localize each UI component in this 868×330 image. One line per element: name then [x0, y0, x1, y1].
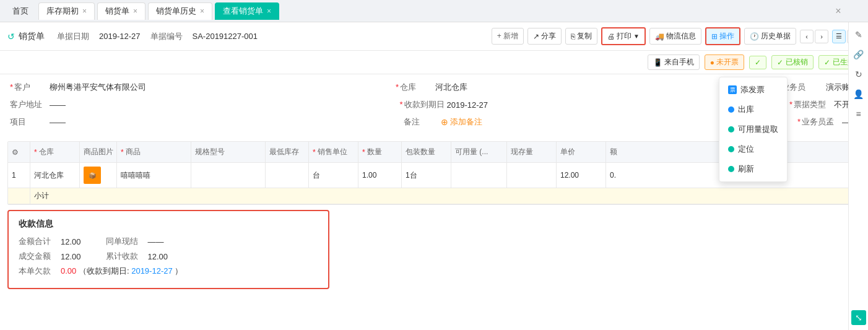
print-button-label: 打印: [617, 31, 631, 41]
from-phone-button[interactable]: 📱 来自手机: [648, 54, 700, 70]
dropdown-refresh[interactable]: 刷新: [719, 159, 787, 179]
row-product-1: 嘻嘻嘻嘻: [121, 170, 150, 181]
warehouse-value: 河北仓库: [435, 82, 467, 93]
tab-inventory-init-close[interactable]: ×: [82, 7, 87, 15]
tab-view-sales[interactable]: 查看销货单 ×: [215, 2, 279, 20]
sidebar-list-icon[interactable]: ≡: [851, 106, 866, 121]
cumulative-label: 累计收款: [106, 251, 143, 262]
cell-spec-1: [191, 163, 266, 188]
window-close-button[interactable]: ×: [828, 0, 848, 22]
tab-home[interactable]: 首页: [5, 2, 36, 20]
check-mark: ✓: [777, 58, 783, 67]
check-icon-btn[interactable]: ✓: [749, 56, 766, 69]
next-arrow[interactable]: ›: [815, 30, 828, 43]
add-note-button[interactable]: ⊕ 添加备注: [441, 116, 482, 128]
history-icon: 🕐: [750, 32, 759, 41]
cell-pack-1: 1台: [402, 163, 451, 188]
not-open-button[interactable]: ● 未开票: [705, 54, 744, 70]
copy-button[interactable]: ⎘ 复制: [565, 28, 597, 45]
tab-home-label: 首页: [12, 6, 28, 17]
sidebar-refresh-icon[interactable]: ↻: [851, 67, 866, 82]
header-amount-label: 额: [610, 147, 617, 157]
operation-icon: ⊞: [711, 32, 718, 41]
copy-icon: ⎘: [571, 32, 575, 41]
tab-sales-history[interactable]: 销货单历史 ×: [148, 2, 212, 20]
address-label: 客户地址: [10, 99, 47, 110]
check-icon: ✓: [755, 58, 761, 67]
project-value: ——: [50, 118, 66, 127]
share-button[interactable]: ↗ 分享: [527, 28, 562, 45]
project-label: 项目: [10, 116, 47, 128]
doc-title: 销货单: [19, 31, 45, 42]
print-button[interactable]: 🖨 打印 ▼: [601, 27, 646, 45]
tab-inventory-init[interactable]: 库存期初 ×: [38, 2, 95, 20]
header-stock: 现存量: [507, 142, 557, 162]
header-gear: ⚙: [8, 142, 30, 162]
cumulative-value: 12.00: [148, 252, 168, 261]
customer-field: 客户 柳州粤港平安气体有限公司: [10, 82, 396, 93]
due-note: （收款到期日:: [79, 266, 131, 276]
payment-row-2: 成交金额 12.00 累计收款 12.00: [19, 251, 318, 262]
history-button[interactable]: 🕐 历史单据: [744, 28, 796, 45]
add-note-icon: ⊕: [441, 117, 448, 127]
row-price-1: 12.00: [560, 171, 579, 180]
address-value: ——: [50, 100, 66, 110]
cell-qty-1: 1.00: [358, 163, 402, 188]
from-phone-label: 来自手机: [664, 57, 694, 67]
dropdown-add-invoice[interactable]: 票 添发票: [719, 80, 787, 100]
tab-view-sales-label: 查看销货单: [223, 6, 263, 17]
logistics-icon: 🚚: [655, 32, 664, 41]
action-bar: 📱 来自手机 ● 未开票 ✓ ✓ 已核销 ✓ 已生效: [0, 51, 868, 74]
same-order-value: ——: [148, 237, 164, 246]
header-minstock: 最低库存: [266, 142, 309, 162]
payment-title: 收款信息: [19, 219, 318, 230]
logistics-button[interactable]: 🚚 物流信息: [649, 28, 701, 45]
row-amount-1: 0.: [610, 171, 616, 180]
header-amount: 额: [606, 142, 656, 162]
gear-icon[interactable]: ⚙: [12, 148, 19, 157]
header-qty: * 数量: [358, 142, 402, 162]
deal-amount-value: 12.00: [61, 252, 81, 261]
add-invoice-label: 添发票: [740, 84, 765, 95]
sales-person-label: 业务员孟: [797, 116, 835, 128]
tab-sales-order[interactable]: 销货单 ×: [97, 2, 145, 20]
toolbar-right: + 新增 ↗ 分享 ⎘ 复制 🖨 打印 ▼ 🚚 物流信息: [492, 27, 861, 45]
meta-date-value: 2019-12-27: [99, 32, 141, 41]
add-note-label: 添加备注: [450, 116, 482, 128]
sidebar-user-icon[interactable]: 👤: [851, 87, 866, 102]
operation-button-label: 操作: [719, 31, 734, 41]
tab-inventory-init-label: 库存期初: [46, 6, 79, 17]
sidebar-edit-icon[interactable]: ✎: [851, 27, 866, 42]
print-dropdown-arrow: ▼: [633, 33, 640, 40]
row-unit-1: 台: [313, 170, 320, 181]
dropdown-locate[interactable]: 定位: [719, 139, 787, 159]
header-warehouse: * 仓库: [30, 142, 80, 162]
list-view-icon[interactable]: ☰: [832, 30, 846, 43]
cell-avail-1: [451, 163, 507, 188]
sidebar-link-icon[interactable]: 🔗: [851, 47, 866, 62]
header-avail-label: 可用量 (...: [455, 147, 488, 157]
sidebar-expand-icon[interactable]: ⤡: [851, 310, 866, 325]
total-value: 12.00: [61, 237, 81, 246]
prev-arrow[interactable]: ‹: [800, 30, 814, 43]
tab-sales-history-close[interactable]: ×: [200, 7, 204, 15]
cell-amount-1: 0.: [606, 163, 656, 188]
total-amount-item: 金额合计 12.00: [19, 236, 81, 247]
header-avail: 可用量 (...: [451, 142, 507, 162]
header-price: 单价: [557, 142, 606, 162]
tab-sales-order-close[interactable]: ×: [133, 7, 137, 15]
tab-view-sales-close[interactable]: ×: [267, 7, 271, 15]
operation-button[interactable]: ⊞ 操作: [705, 27, 740, 45]
customer-value: 柳州粤港平安气体有限公司: [50, 82, 146, 93]
deal-amount-item: 成交金额 12.00: [19, 251, 81, 262]
dropdown-out-warehouse[interactable]: 出库: [719, 100, 787, 119]
cell-price-1: 12.00: [557, 163, 606, 188]
header-warehouse-label: 仓库: [39, 147, 54, 157]
header-product-label: 商品: [126, 147, 141, 157]
dropdown-available-qty[interactable]: 可用量提取: [719, 119, 787, 139]
new-button[interactable]: + 新增: [492, 28, 524, 45]
header-img: 商品图片: [80, 142, 117, 162]
header-bar: ↺ 销货单 单据日期 2019-12-27 单据编号 SA-20191227-0…: [0, 22, 868, 51]
deal-amount-label: 成交金额: [19, 251, 56, 262]
locate-icon: [728, 146, 734, 152]
